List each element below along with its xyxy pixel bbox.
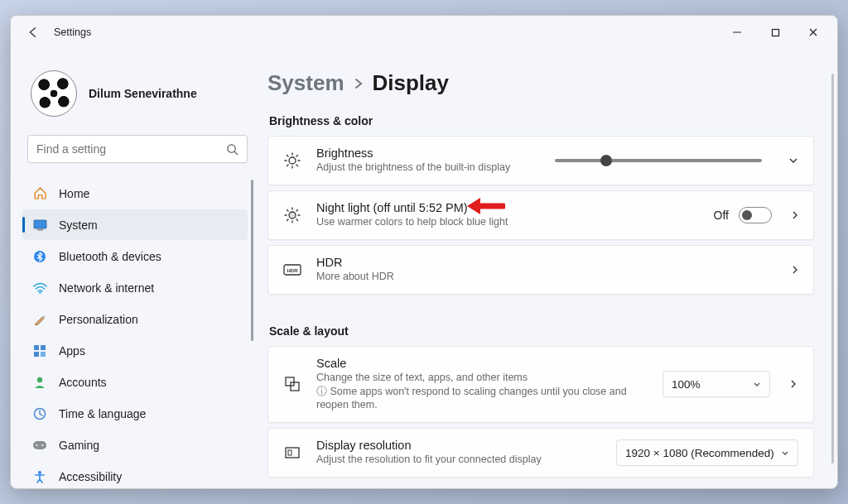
night-light-card[interactable]: Night light (off until 5:52 PM) Use warm… [267,190,814,240]
card-title: Scale [316,357,648,370]
card-subtitle: Adjust the brightness of the built-in di… [316,161,540,175]
chevron-right-icon[interactable] [787,210,798,220]
content: System Display Brightness & color Bright… [259,49,837,488]
sidebar: Dilum Senevirathne Home System [11,49,259,488]
card-subtitle: More about HDR [316,270,772,284]
brightness-slider[interactable] [555,159,762,162]
svg-rect-1 [772,29,778,36]
gaming-icon [32,438,47,453]
svg-line-25 [287,165,289,166]
chevron-right-icon[interactable] [785,379,797,389]
sidebar-item-accessibility[interactable]: Accessibility [22,461,248,489]
card-title: Night light (off until 5:52 PM) [316,201,699,214]
sidebar-item-label: Time & language [59,407,146,420]
titlebar: Settings [11,16,837,49]
sidebar-item-label: Gaming [59,439,99,452]
card-subtitle: Use warmer colors to help block blue lig… [316,215,699,229]
svg-line-35 [296,209,298,211]
sidebar-item-label: Bluetooth & devices [59,250,161,263]
apps-icon [32,343,47,358]
window-controls [718,16,832,49]
maximize-button[interactable] [756,16,794,49]
close-button[interactable] [794,16,832,49]
user-name: Dilum Senevirathne [89,87,197,100]
section-brightness-color: Brightness & color [269,114,814,127]
svg-line-26 [296,155,298,156]
sidebar-item-apps[interactable]: Apps [22,335,248,366]
svg-point-12 [37,377,42,382]
sidebar-item-system[interactable]: System [22,209,248,240]
hdr-card[interactable]: HDR HDR More about HDR [267,245,814,295]
svg-rect-4 [34,220,46,228]
time-icon [32,406,47,421]
svg-line-32 [287,209,289,211]
accounts-icon [32,375,47,390]
profile[interactable]: Dilum Senevirathne [22,60,256,132]
sidebar-item-network[interactable]: Network & internet [22,272,248,303]
back-button[interactable] [16,16,49,49]
resolution-icon [283,444,301,461]
card-title: Display resolution [316,439,601,452]
sidebar-item-gaming[interactable]: Gaming [22,430,248,460]
breadcrumb-parent[interactable]: System [267,70,344,96]
sidebar-item-label: System [59,218,98,232]
sidebar-item-bluetooth[interactable]: Bluetooth & devices [22,241,248,271]
svg-point-18 [289,157,296,164]
avatar [31,70,77,117]
svg-rect-11 [41,352,46,357]
bluetooth-icon [32,249,47,264]
svg-point-17 [38,471,41,474]
dropdown-value: 1920 × 1080 (Recommended) [625,447,774,459]
minimize-button[interactable] [718,16,756,49]
scale-dropdown[interactable]: 100% [662,371,770,397]
chevron-down-icon[interactable] [788,157,798,164]
night-light-icon [283,207,301,223]
settings-window: Settings Dilum Senevirathne [10,15,838,489]
svg-rect-39 [291,382,299,391]
svg-line-33 [296,219,298,221]
sun-icon [283,152,301,169]
search-icon [226,143,238,156]
svg-point-2 [228,144,235,151]
search-input[interactable] [36,142,226,156]
sidebar-item-label: Accessibility [59,470,122,483]
sidebar-item-label: Home [59,187,89,200]
svg-point-16 [42,444,44,446]
svg-rect-5 [37,229,43,231]
chevron-right-icon[interactable] [787,265,798,275]
chevron-down-icon [753,382,761,387]
svg-rect-40 [286,448,299,458]
breadcrumb: System Display [267,70,814,96]
sidebar-item-home[interactable]: Home [22,178,248,209]
home-icon [32,186,47,201]
svg-point-15 [36,444,38,446]
window-title: Settings [54,26,91,38]
svg-rect-41 [288,450,292,455]
svg-rect-9 [41,345,46,350]
resolution-card[interactable]: Display resolution Adjust the resolution… [267,428,814,478]
chevron-right-icon [354,78,363,89]
system-icon [32,218,47,233]
sidebar-item-time[interactable]: Time & language [22,398,248,429]
svg-rect-38 [286,377,294,386]
scrollbar[interactable] [831,74,834,463]
card-subtitle: Adjust the resolution to fit your connec… [316,453,601,467]
sidebar-item-label: Accounts [59,376,107,389]
svg-point-7 [39,291,41,293]
sidebar-item-accounts[interactable]: Accounts [22,367,248,397]
search-box[interactable] [27,135,248,163]
chevron-down-icon [781,450,789,456]
personalization-icon [32,312,47,327]
resolution-dropdown[interactable]: 1920 × 1080 (Recommended) [616,439,798,466]
svg-rect-10 [34,352,39,357]
night-light-toggle[interactable] [739,207,772,223]
hdr-icon: HDR [283,263,301,276]
svg-line-34 [287,219,289,221]
toggle-state-label: Off [714,209,729,222]
scale-card[interactable]: Scale Change the size of text, apps, and… [267,346,814,424]
svg-line-24 [296,165,298,166]
sidebar-item-personalization[interactable]: Personalization [22,304,248,334]
sidebar-item-label: Personalization [59,313,138,326]
brightness-card[interactable]: Brightness Adjust the brightness of the … [267,136,814,185]
svg-text:HDR: HDR [287,268,299,273]
